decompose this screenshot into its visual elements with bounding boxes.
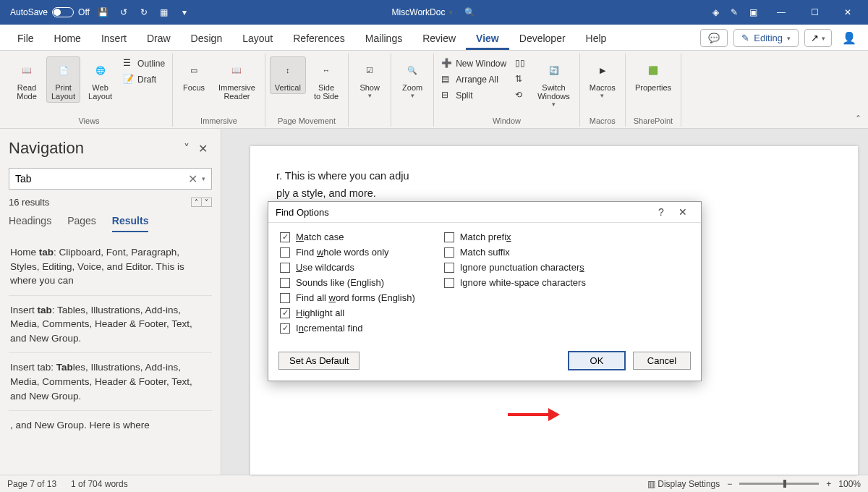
checkbox-row[interactable]: Use wildcards	[280, 262, 415, 273]
checkbox-row[interactable]: Match suffix	[444, 247, 586, 258]
tab-home[interactable]: Home	[44, 28, 91, 50]
read-mode-button[interactable]: 📖Read Mode	[10, 56, 43, 103]
vertical-button[interactable]: ↕Vertical	[270, 56, 306, 94]
tab-view[interactable]: View	[466, 28, 509, 50]
result-item[interactable]: Home tab: Clipboard, Font, Paragraph, St…	[9, 241, 212, 292]
nav-close-icon[interactable]: ✕	[194, 140, 212, 157]
tab-insert[interactable]: Insert	[91, 28, 137, 50]
checkbox-label: Highlight all	[296, 308, 344, 318]
minimize-button[interactable]: —	[765, 0, 797, 25]
navigation-search[interactable]: ✕ ▾	[9, 168, 212, 190]
account-icon[interactable]: 👤	[838, 31, 861, 45]
zoom-in-button[interactable]: +	[826, 479, 831, 489]
maximize-button[interactable]: ☐	[799, 0, 830, 25]
macros-button[interactable]: ▶Macros▾	[584, 56, 621, 101]
search-input[interactable]	[14, 172, 185, 185]
ok-button[interactable]: OK	[568, 351, 626, 370]
result-item[interactable]: Insert tab: Tables, Illustrations, Add-i…	[9, 352, 212, 407]
checkbox-row[interactable]: ✓Match case	[280, 232, 415, 242]
cancel-button[interactable]: Cancel	[633, 352, 691, 370]
checkbox-label: Find all word forms (English)	[296, 292, 415, 303]
clear-search-icon[interactable]: ✕	[185, 172, 200, 186]
checkbox-row[interactable]: Match prefix	[444, 232, 586, 242]
title-bar: AutoSave Off 💾 ↺ ↻ ▦ ▾ MiscWorkDoc ▾ 🔍 ◈…	[0, 0, 868, 25]
results-count: 16 results	[9, 197, 49, 208]
tab-layout[interactable]: Layout	[232, 28, 283, 50]
document-line: r. This is where you can adju	[276, 168, 832, 185]
tab-mailings[interactable]: Mailings	[355, 28, 412, 50]
display-settings-button[interactable]: ▥ Display Settings	[647, 479, 720, 489]
checkbox-row[interactable]: Ignore white-space characters	[444, 277, 586, 288]
next-result-button[interactable]: ˅	[202, 198, 211, 206]
zoom-out-button[interactable]: −	[727, 479, 732, 489]
redo-icon[interactable]: ↻	[137, 6, 150, 19]
draft-button[interactable]: 📝Draft	[120, 72, 168, 87]
nav-tab-pages[interactable]: Pages	[67, 215, 96, 232]
tab-review[interactable]: Review	[412, 28, 466, 50]
arrange-all-button[interactable]: ▤Arrange All	[438, 72, 509, 87]
checkbox-row[interactable]: Ignore punctuation characters	[444, 262, 586, 273]
collapse-ribbon-button[interactable]: ˄	[856, 114, 861, 125]
save-icon[interactable]: 💾	[97, 6, 110, 19]
group-views-label: Views	[78, 115, 99, 127]
split-button[interactable]: ⊟Split	[438, 88, 509, 103]
checkbox-icon: ✓	[280, 308, 290, 318]
status-words[interactable]: 1 of 704 words	[71, 479, 128, 489]
comments-button[interactable]: 💬	[700, 29, 728, 47]
status-bar: Page 7 of 13 1 of 704 words ▥ Display Se…	[0, 475, 868, 492]
print-layout-button[interactable]: 📄Print Layout	[46, 56, 80, 103]
checkbox-row[interactable]: Find all word forms (English)	[280, 292, 415, 303]
checkbox-row[interactable]: Sounds like (English)	[280, 277, 415, 288]
autosave-toggle[interactable]: AutoSave Off	[10, 7, 90, 17]
editing-mode-button[interactable]: ✎ Editing ▾	[733, 29, 799, 47]
share-button[interactable]: ↗ ▾	[804, 29, 832, 47]
immersive-reader-button[interactable]: 📖Immersive Reader	[213, 56, 260, 103]
reset-icon: ⟲	[515, 90, 527, 101]
document-title[interactable]: MiscWorkDoc ▾	[392, 7, 454, 17]
show-dropdown[interactable]: ☑Show▾	[353, 56, 386, 101]
checkbox-row[interactable]: ✓Incremental find	[280, 323, 415, 334]
diamond-icon[interactable]: ◈	[709, 6, 722, 19]
nav-tab-results[interactable]: Results	[112, 215, 149, 232]
nav-tab-headings[interactable]: Headings	[9, 215, 51, 232]
search-icon[interactable]: 🔍	[463, 6, 476, 19]
zoom-icon: 🔍	[401, 59, 424, 82]
outline-button[interactable]: ☰Outline	[120, 56, 168, 71]
tab-references[interactable]: References	[283, 28, 355, 50]
qat-icon[interactable]: ▦	[158, 6, 171, 19]
web-layout-button[interactable]: 🌐Web Layout	[83, 56, 117, 103]
qat-dropdown-icon[interactable]: ▾	[178, 6, 191, 19]
zoom-level[interactable]: 100%	[838, 479, 861, 489]
app-icon[interactable]: ▣	[746, 6, 760, 19]
tab-design[interactable]: Design	[181, 28, 233, 50]
checkbox-label: Use wildcards	[296, 262, 354, 273]
focus-button[interactable]: ▭Focus	[177, 56, 210, 94]
tab-file[interactable]: File	[7, 28, 44, 50]
tab-help[interactable]: Help	[576, 28, 617, 50]
checkbox-label: Ignore punctuation characters	[460, 262, 584, 273]
result-item[interactable]: , and New Group. Here is where	[9, 410, 212, 437]
tab-draw[interactable]: Draw	[137, 28, 181, 50]
close-button[interactable]: ✕	[832, 0, 864, 25]
result-item[interactable]: Insert tab: Tables, Illustrations, Add-i…	[9, 295, 212, 350]
undo-icon[interactable]: ↺	[117, 6, 130, 19]
nav-dropdown-icon[interactable]: ˅	[179, 140, 194, 157]
dialog-close-button[interactable]: ✕	[672, 206, 694, 218]
read-mode-icon: 📖	[15, 59, 38, 82]
status-page[interactable]: Page 7 of 13	[7, 479, 56, 489]
properties-button[interactable]: 🟩Properties	[630, 56, 676, 94]
zoom-slider[interactable]	[739, 483, 819, 485]
new-window-button[interactable]: ➕New Window	[438, 56, 509, 71]
checkbox-row[interactable]: Find whole words only	[280, 247, 415, 258]
zoom-dropdown[interactable]: 🔍Zoom▾	[396, 56, 429, 101]
eyedropper-icon[interactable]: ✎	[728, 6, 741, 19]
search-dropdown-icon[interactable]: ▾	[200, 175, 207, 182]
switch-windows-button[interactable]: 🔄Switch Windows▾	[532, 56, 575, 110]
dialog-help-button[interactable]: ?	[650, 206, 672, 218]
side-to-side-button[interactable]: ↔Side to Side	[309, 56, 344, 103]
prev-result-button[interactable]: ˄	[192, 198, 202, 206]
tab-developer[interactable]: Developer	[509, 28, 576, 50]
set-as-default-button[interactable]: Set As Default	[278, 352, 359, 370]
checkbox-row[interactable]: ✓Highlight all	[280, 308, 415, 318]
checkbox-label: Sounds like (English)	[296, 277, 384, 288]
